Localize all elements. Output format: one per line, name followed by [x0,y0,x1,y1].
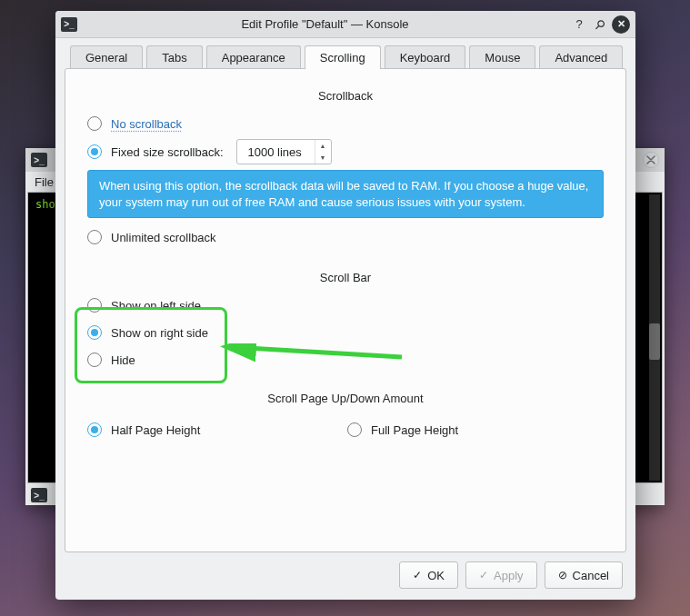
label-unlimited-scrollback[interactable]: Unlimited scrollback [111,231,216,244]
label-scrollbar-right[interactable]: Show on right side [111,326,208,340]
tab-appearance[interactable]: Appearance [206,45,301,69]
dialog-close-button[interactable]: ✕ [612,15,630,34]
annotation-highlight [75,307,227,383]
fixed-scrollback-spinbox[interactable]: 1000 lines ▲ ▼ [236,139,332,164]
dialog-button-bar: ✓ OK ✓ Apply ⊘ Cancel [65,552,626,591]
spin-down[interactable]: ▼ [315,152,331,164]
check-icon: ✓ [479,569,488,581]
dialog-title: Edit Profile "Default" — Konsole [83,17,567,31]
bg-status-icon: >_ [31,488,47,502]
tab-advanced[interactable]: Advanced [539,45,623,69]
radio-scrollbar-right[interactable] [87,325,102,340]
help-button[interactable]: ? [570,15,588,34]
dialog-titlebar[interactable]: >_ Edit Profile "Default" — Konsole ? ⚲ … [55,11,635,38]
apply-button[interactable]: ✓ Apply [465,561,537,589]
tab-mouse[interactable]: Mouse [469,45,535,69]
label-full-page[interactable]: Full Page Height [371,423,458,437]
konsole-app-icon: >_ [31,153,47,167]
radio-scrollbar-hide[interactable] [87,353,102,367]
edit-profile-dialog: >_ Edit Profile "Default" — Konsole ? ⚲ … [55,11,635,600]
section-scrollbar: Scroll Bar [85,271,605,284]
label-fixed-scrollback[interactable]: Fixed size scrollback: [111,145,224,159]
ok-button[interactable]: ✓ OK [399,561,458,589]
radio-fixed-scrollback[interactable] [87,144,102,159]
cancel-button[interactable]: ⊘ Cancel [545,561,623,589]
fixed-scrollback-value: 1000 lines [237,145,315,159]
section-scrollpage: Scroll Page Up/Down Amount [85,392,605,405]
spin-up[interactable]: ▲ [315,140,331,152]
label-half-page[interactable]: Half Page Height [111,423,200,437]
radio-unlimited-scrollback[interactable] [87,230,102,244]
bg-close-button[interactable] [643,152,659,168]
label-no-scrollback[interactable]: No scrollback [111,117,182,131]
cancel-icon: ⊘ [558,569,567,581]
bg-menu-file[interactable]: File [35,175,54,189]
label-scrollbar-left[interactable]: Show on left side [111,299,201,313]
close-icon [646,155,655,164]
radio-full-page[interactable] [347,422,362,437]
tab-bar: General Tabs Appearance Scrolling Keyboa… [65,45,626,69]
keep-above-button[interactable]: ⚲ [587,11,613,36]
radio-half-page[interactable] [87,422,102,437]
dialog-app-icon: >_ [61,17,77,32]
section-scrollback: Scrollback [85,89,605,103]
desktop-background: >_ File show >_ >_ Edit Profile "Default… [0,0,690,616]
tab-tabs[interactable]: Tabs [146,45,202,69]
tab-general[interactable]: General [70,45,143,69]
label-scrollbar-hide[interactable]: Hide [111,353,135,367]
radio-scrollbar-left[interactable] [87,298,102,313]
tab-scrolling[interactable]: Scrolling [305,45,381,69]
tab-keyboard[interactable]: Keyboard [385,45,466,69]
check-icon: ✓ [413,569,422,581]
ram-warning: When using this option, the scrollback d… [87,170,604,218]
bg-scrollbar-thumb[interactable] [649,323,660,360]
radio-no-scrollback[interactable] [87,116,102,131]
scrolling-panel: Scrollback No scrollback Fixed size scro… [65,68,626,552]
